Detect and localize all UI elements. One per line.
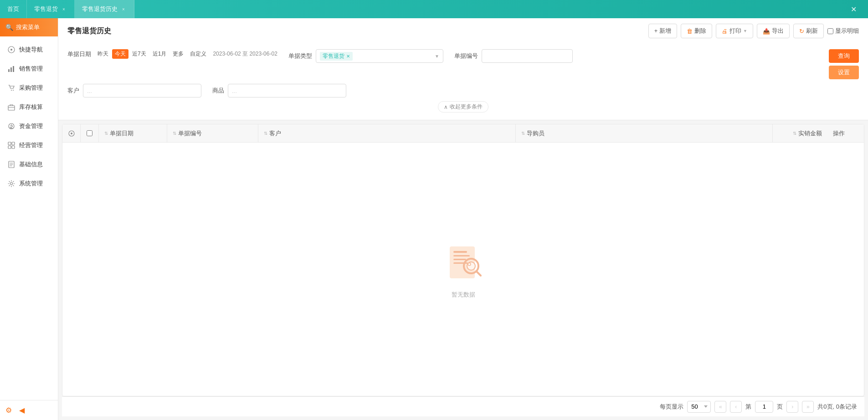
toolbar: + 新增 🗑 删除 🖨 打印 ▼ 📤 导出 ↻ <box>648 24 859 38</box>
refresh-label: 刷新 <box>806 27 818 35</box>
settings-bottom-icon[interactable]: ⚙ <box>5 406 12 415</box>
collapse-button[interactable]: ∧ 收起更多条件 <box>438 101 488 113</box>
last-page-button[interactable]: » <box>802 401 814 413</box>
th-doc-date[interactable]: ⇅ 单据日期 <box>99 124 167 142</box>
table-settings-icon <box>68 130 75 137</box>
svg-rect-11 <box>8 146 11 149</box>
sidebar-item-purchase-mgmt[interactable]: 采购管理 <box>0 78 58 97</box>
tab-retail-return-history[interactable]: 零售退货历史 × <box>75 0 134 18</box>
add-button[interactable]: + 新增 <box>648 24 677 38</box>
delete-icon: 🗑 <box>687 28 693 35</box>
doc-type-filter: 单据类型 零售退货 ✕ ▼ <box>288 49 443 63</box>
tab-retail-return[interactable]: 零售退货 × <box>27 0 75 18</box>
svg-point-1 <box>10 49 12 51</box>
doc-type-tag-text: 零售退货 <box>323 52 344 60</box>
tab-retail-return-history-close[interactable]: × <box>120 6 127 12</box>
select-all-checkbox-cell[interactable] <box>81 124 99 142</box>
svg-rect-9 <box>8 142 11 145</box>
date-options: 昨天 今天 近7天 近1月 更多 自定义 <box>95 49 209 59</box>
svg-rect-4 <box>13 66 14 72</box>
th-doc-number[interactable]: ⇅ 单据编号 <box>167 124 258 142</box>
th-customer[interactable]: ⇅ 客户 <box>258 124 516 142</box>
current-page-input[interactable] <box>755 401 773 413</box>
next-page-button[interactable]: › <box>786 401 798 413</box>
th-guide-label: 导购员 <box>527 129 544 138</box>
top-bar: 首页 零售退货 × 零售退货历史 × ✕ <box>0 0 868 18</box>
date-opt-more[interactable]: 更多 <box>170 49 186 59</box>
system-mgmt-icon <box>7 179 15 188</box>
th-doc-date-label: 单据日期 <box>110 129 134 138</box>
export-button[interactable]: 📤 导出 <box>757 24 790 38</box>
tab-retail-return-close[interactable]: × <box>61 6 67 12</box>
sidebar-item-quick-nav[interactable]: 快捷导航 <box>0 40 58 59</box>
setting-button[interactable]: 设置 <box>829 66 859 79</box>
date-opt-custom[interactable]: 自定义 <box>187 49 209 59</box>
sidebar-item-system-mgmt-label: 系统管理 <box>19 179 43 188</box>
query-button[interactable]: 查询 <box>829 49 859 63</box>
table-wrapper: ⇅ 单据日期 ⇅ 单据编号 ⇅ 客户 ⇅ 导购员 <box>62 124 864 416</box>
sidebar-bottom: ⚙ ◀ <box>0 400 58 420</box>
svg-rect-3 <box>10 67 12 72</box>
tab-retail-return-history-label: 零售退货历史 <box>82 5 118 13</box>
date-filter: 单据日期 昨天 今天 近7天 近1月 更多 自定义 2023-06-02 至 2… <box>67 49 277 59</box>
doc-type-tag-close[interactable]: ✕ <box>346 54 350 59</box>
refresh-button[interactable]: ↻ 刷新 <box>793 24 824 38</box>
doc-type-label: 单据类型 <box>288 52 312 60</box>
chevron-up-icon: ∧ <box>444 104 448 110</box>
page-unit-label: 页 <box>777 403 783 411</box>
sidebar-item-inventory-label: 库存核算 <box>19 103 43 111</box>
goods-input[interactable]: ... <box>228 84 346 97</box>
quick-nav-icon <box>7 46 15 54</box>
doc-type-select[interactable]: 零售退货 ✕ ▼ <box>316 49 443 63</box>
svg-point-6 <box>13 90 14 91</box>
sidebar-item-operations-mgmt[interactable]: 经营管理 <box>0 136 58 155</box>
window-close-button[interactable]: ✕ <box>846 2 861 16</box>
date-opt-7days[interactable]: 近7天 <box>129 49 149 59</box>
sidebar-item-inventory[interactable]: 库存核算 <box>0 97 58 117</box>
top-bar-right: ✕ <box>846 2 868 16</box>
sort-icon-customer: ⇅ <box>264 131 267 136</box>
th-actual-amount-label: 实销金额 <box>798 129 822 138</box>
svg-rect-19 <box>453 255 470 256</box>
tab-home[interactable]: 首页 <box>0 0 27 18</box>
table-header: ⇅ 单据日期 ⇅ 单据编号 ⇅ 客户 ⇅ 导购员 <box>62 124 864 143</box>
collapse-sidebar-icon[interactable]: ◀ <box>19 406 25 415</box>
sidebar-item-finance-mgmt[interactable]: 资金管理 <box>0 117 58 136</box>
sidebar-search-bar[interactable]: 🔍 搜索菜单 <box>0 18 58 36</box>
sidebar-item-system-mgmt[interactable]: 系统管理 <box>0 174 58 193</box>
customer-filter: 客户 ... <box>67 84 201 97</box>
doc-number-input[interactable] <box>482 49 573 63</box>
purchase-mgmt-icon <box>7 84 15 92</box>
delete-button[interactable]: 🗑 删除 <box>681 24 712 38</box>
date-opt-yesterday[interactable]: 昨天 <box>95 49 111 59</box>
goods-filter: 商品 ... <box>212 84 346 97</box>
doc-type-chevron-icon: ▼ <box>435 54 439 59</box>
sidebar-item-operations-mgmt-label: 经营管理 <box>19 141 43 149</box>
page-title: 零售退货历史 <box>67 26 111 36</box>
show-detail-input[interactable] <box>827 28 833 34</box>
th-guide[interactable]: ⇅ 导购员 <box>516 124 773 142</box>
sidebar-item-base-info[interactable]: 基础信息 <box>0 155 58 174</box>
th-actual-amount: ⇅ 实销金额 <box>773 124 827 142</box>
sales-mgmt-icon <box>7 65 15 73</box>
sidebar-nav: 快捷导航 销售管理 采购管理 库存核算 <box>0 36 58 400</box>
query-setting-btns: 查询 设置 <box>829 49 859 79</box>
prev-page-button[interactable]: ‹ <box>730 401 742 413</box>
select-all-checkbox[interactable] <box>87 130 92 136</box>
page-size-select[interactable]: 10 20 50 100 <box>687 401 711 413</box>
date-opt-1month[interactable]: 近1月 <box>150 49 169 59</box>
tab-retail-return-label: 零售退货 <box>34 5 58 13</box>
date-range-text: 2023-06-02 至 2023-06-02 <box>213 50 277 58</box>
svg-line-24 <box>476 271 481 276</box>
date-opt-today[interactable]: 今天 <box>112 49 128 59</box>
first-page-button[interactable]: « <box>714 401 726 413</box>
table-settings-icon-cell[interactable] <box>62 124 81 142</box>
print-button[interactable]: 🖨 打印 ▼ <box>716 24 753 38</box>
customer-input[interactable]: ... <box>83 84 201 97</box>
show-detail-checkbox[interactable]: 显示明细 <box>827 27 859 35</box>
svg-rect-7 <box>8 106 15 110</box>
goods-placeholder: ... <box>232 87 237 94</box>
sort-icon-guide: ⇅ <box>521 131 525 136</box>
sidebar-item-sales-mgmt[interactable]: 销售管理 <box>0 59 58 78</box>
table-container: ⇅ 单据日期 ⇅ 单据编号 ⇅ 客户 ⇅ 导购员 <box>62 124 864 396</box>
